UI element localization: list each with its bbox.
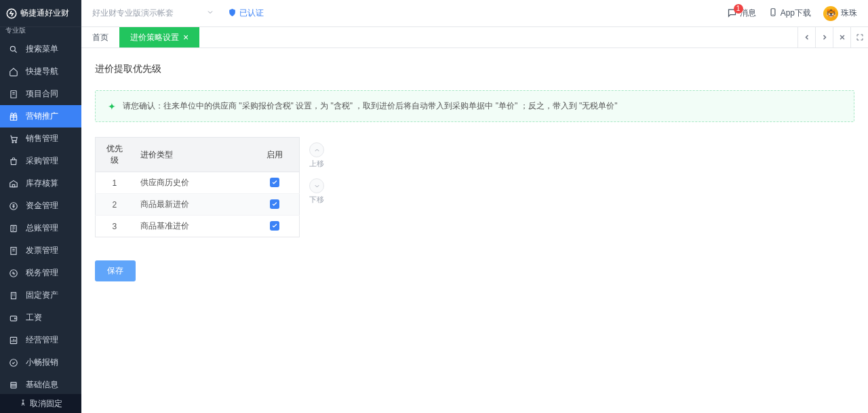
document-icon bbox=[8, 89, 19, 100]
sidebar-item-invoice[interactable]: 发票管理 bbox=[0, 239, 81, 262]
sidebar-item-search[interactable]: 搜索菜单 bbox=[0, 38, 81, 60]
sidebar-item-label: 经营管理 bbox=[26, 334, 58, 346]
enable-checkbox[interactable] bbox=[270, 178, 279, 187]
page-title: 进价提取优先级 bbox=[95, 63, 854, 75]
priority-table: 优先级 进价类型 启用 1 供应商历史价 2 商品最新进价 3 bbox=[95, 137, 300, 237]
database-icon bbox=[8, 380, 19, 391]
receipt-icon bbox=[8, 245, 19, 256]
svg-rect-6 bbox=[12, 184, 15, 187]
sidebar-item-label: 总账管理 bbox=[26, 222, 58, 234]
tabs-prev-button[interactable] bbox=[797, 27, 815, 47]
move-down-button[interactable]: 下移 bbox=[309, 178, 324, 205]
user-name: 珠珠 bbox=[841, 7, 857, 19]
table-header-enable: 启用 bbox=[251, 138, 300, 172]
sidebar-item-asset[interactable]: 固定资产 bbox=[0, 284, 81, 307]
brand-icon bbox=[5, 7, 18, 20]
brand-logo: 畅捷通好业财 bbox=[0, 0, 81, 27]
save-button[interactable]: 保存 bbox=[95, 260, 136, 281]
sidebar-item-label: 小畅报销 bbox=[26, 357, 58, 368]
verified-label: 已认证 bbox=[239, 7, 264, 19]
chevron-down-icon bbox=[309, 178, 324, 193]
table-header-priority: 优先级 bbox=[96, 138, 134, 172]
sidebar-item-marketing[interactable]: 营销推广 bbox=[0, 105, 81, 127]
info-icon: ✦ bbox=[108, 101, 116, 112]
user-menu[interactable]: 🐯 珠珠 bbox=[823, 6, 857, 21]
chart-icon bbox=[8, 335, 19, 346]
avatar-icon: 🐯 bbox=[823, 6, 838, 21]
sidebar-item-label: 基础信息 bbox=[26, 379, 58, 391]
svg-point-13 bbox=[14, 317, 16, 319]
table-row[interactable]: 3 商品基准进价 bbox=[96, 216, 300, 237]
tab-label: 进价策略设置 bbox=[130, 32, 179, 43]
sidebar-item-label: 采购管理 bbox=[26, 155, 58, 167]
tab-price-strategy[interactable]: 进价策略设置 × bbox=[119, 27, 199, 47]
sidebar-item-sales[interactable]: 销售管理 bbox=[0, 127, 81, 150]
tabs-next-button[interactable] bbox=[815, 27, 833, 47]
table-row[interactable]: 2 商品最新进价 bbox=[96, 194, 300, 216]
sidebar-item-label: 营销推广 bbox=[26, 111, 58, 122]
sidebar-item-basic[interactable]: 基础信息 bbox=[0, 374, 81, 394]
app-download-label: App下载 bbox=[781, 7, 811, 19]
move-down-label: 下移 bbox=[309, 195, 324, 205]
account-name: 好业财专业版演示帐套 bbox=[92, 7, 174, 19]
bag-icon bbox=[8, 156, 19, 167]
sidebar-item-label: 快捷导航 bbox=[26, 66, 58, 77]
money-icon bbox=[8, 201, 19, 212]
sidebar: 畅捷通好业财 专业版 搜索菜单 快捷导航 项目合同 营销推广 销售管理 采购管理 bbox=[0, 0, 81, 413]
book-icon bbox=[8, 223, 19, 234]
verified-badge: 已认证 bbox=[228, 7, 264, 19]
unpin-button[interactable]: 取消固定 bbox=[0, 394, 81, 413]
svg-point-5 bbox=[16, 141, 17, 142]
table-header-type: 进价类型 bbox=[134, 138, 251, 172]
sidebar-item-fund[interactable]: 资金管理 bbox=[0, 195, 81, 217]
search-icon bbox=[8, 44, 19, 55]
cart-icon bbox=[8, 134, 19, 144]
move-up-button[interactable]: 上移 bbox=[309, 142, 324, 169]
svg-point-1 bbox=[10, 46, 15, 51]
sidebar-item-quicknav[interactable]: 快捷导航 bbox=[0, 60, 81, 83]
account-select[interactable]: 好业财专业版演示帐套 bbox=[92, 7, 214, 19]
cell-priority: 1 bbox=[96, 172, 134, 194]
sidebar-item-tax[interactable]: 税务管理 bbox=[0, 262, 81, 284]
building-icon bbox=[8, 290, 19, 301]
warehouse-icon bbox=[8, 178, 19, 189]
move-up-label: 上移 bbox=[309, 159, 324, 169]
cell-priority: 3 bbox=[96, 216, 134, 237]
cell-type: 供应商历史价 bbox=[134, 172, 251, 194]
gift-icon bbox=[8, 111, 19, 122]
cell-type: 商品最新进价 bbox=[134, 194, 251, 216]
fullscreen-button[interactable] bbox=[850, 27, 868, 47]
sidebar-item-inventory[interactable]: 库存核算 bbox=[0, 172, 81, 195]
phone-icon bbox=[768, 7, 778, 19]
sidebar-item-project[interactable]: 项目合同 bbox=[0, 83, 81, 105]
svg-rect-16 bbox=[11, 382, 16, 387]
app-download-button[interactable]: App下载 bbox=[768, 7, 811, 19]
sidebar-item-ledger[interactable]: 总账管理 bbox=[0, 217, 81, 239]
sidebar-item-salary[interactable]: 工资 bbox=[0, 307, 81, 329]
sidebar-item-operation[interactable]: 经营管理 bbox=[0, 329, 81, 351]
sidebar-item-label: 固定资产 bbox=[26, 290, 58, 301]
sidebar-item-label: 搜索菜单 bbox=[26, 43, 58, 55]
tabs-close-all-button[interactable] bbox=[833, 27, 850, 47]
table-row[interactable]: 1 供应商历史价 bbox=[96, 172, 300, 194]
cell-priority: 2 bbox=[96, 194, 134, 216]
message-badge: 1 bbox=[734, 4, 743, 14]
wallet-icon bbox=[8, 313, 19, 323]
tab-label: 首页 bbox=[92, 32, 108, 43]
tab-home[interactable]: 首页 bbox=[81, 27, 119, 47]
pin-label: 取消固定 bbox=[30, 398, 62, 410]
sidebar-item-purchase[interactable]: 采购管理 bbox=[0, 150, 81, 172]
svg-rect-11 bbox=[12, 292, 16, 298]
expense-icon bbox=[8, 357, 19, 368]
enable-checkbox[interactable] bbox=[270, 199, 279, 209]
info-banner: ✦ 请您确认：往来单位中的供应商 "采购报价含税" 设置，为 "含税" ，取到进… bbox=[95, 90, 854, 122]
content: 进价提取优先级 ✦ 请您确认：往来单位中的供应商 "采购报价含税" 设置，为 "… bbox=[81, 48, 868, 413]
tabs-bar: 首页 进价策略设置 × bbox=[81, 27, 868, 48]
header: 好业财专业版演示帐套 已认证 消息 1 App下载 🐯 珠珠 bbox=[81, 0, 868, 27]
sidebar-item-xiaochang[interactable]: 小畅报销 bbox=[0, 351, 81, 374]
sidebar-item-label: 项目合同 bbox=[26, 88, 58, 100]
enable-checkbox[interactable] bbox=[270, 221, 279, 231]
close-icon[interactable]: × bbox=[183, 33, 189, 42]
message-button[interactable]: 消息 1 bbox=[727, 7, 756, 20]
home-icon bbox=[8, 66, 19, 77]
